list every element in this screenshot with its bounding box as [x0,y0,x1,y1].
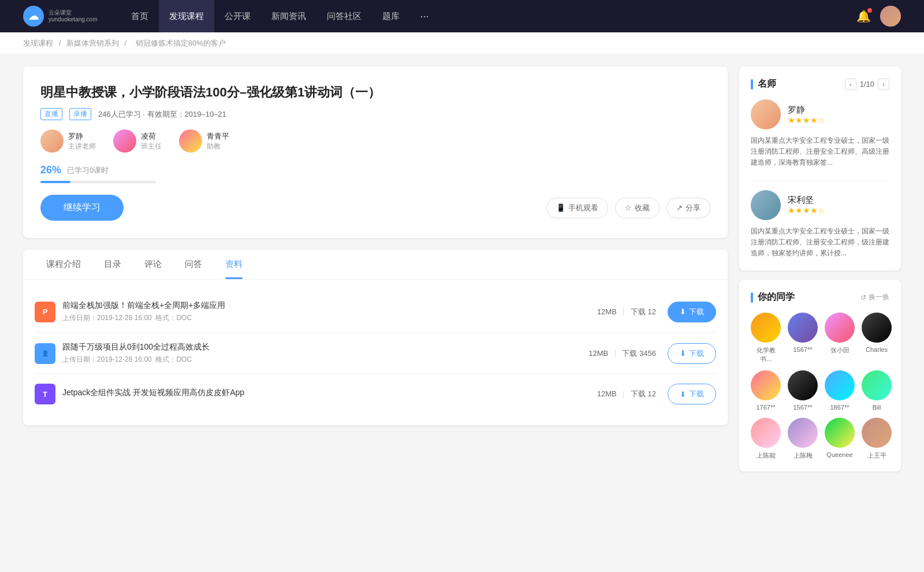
classmate-4-name: Charles [866,346,888,353]
resource-name-2: 跟随千万级项目从0到100全过程高效成长 [62,342,588,352]
classmate-7[interactable]: 1867** [825,370,855,411]
classmate-6[interactable]: 1567** [788,370,818,411]
teacher-3-role: 助教 [207,142,229,151]
sidebar-teacher-2-stars: ★★★★☆ [788,206,825,215]
classmate-8-avatar [862,370,892,400]
sidebar-teacher-2-header: 宋利坚 ★★★★☆ [751,190,889,220]
mobile-watch-label: 手机观看 [568,203,598,213]
classmate-10[interactable]: 上陈梅 [788,418,818,460]
content-left: 明星中教授课，小学阶段语法100分–强化级第1讲动词（一） 直播 录播 246人… [23,66,728,481]
classmate-6-avatar [788,370,818,400]
classmate-9[interactable]: 上陈能 [751,418,781,460]
classmate-5[interactable]: 1767** [751,370,781,411]
resource-info-3: Jetpack全组件实战 开发短视频应用高仿皮皮虾App [62,388,597,400]
sidebar-teacher-2-desc: 国内某重点大学安全工程专业硕士，国家一级注册消防工程师、注册安全工程师，级注册建… [751,226,889,259]
share-button[interactable]: ↗ 分享 [666,198,710,218]
sidebar-teacher-2-name: 宋利坚 [788,195,825,206]
continue-button[interactable]: 继续学习 [40,195,124,221]
teacher-2-info: 凌荷 班主任 [141,131,162,151]
bell-icon[interactable]: 🔔 [856,9,871,23]
progress-label: 已学习0课时 [67,165,109,176]
resource-item-3: T Jetpack全组件实战 开发短视频应用高仿皮皮虾App 12MB 下载 1… [35,374,716,414]
teacher-1-avatar [40,129,64,153]
resource-stats-2: 12MB 下载 3456 [588,348,656,359]
resource-name-3: Jetpack全组件实战 开发短视频应用高仿皮皮虾App [62,388,597,398]
sidebar-teacher-1-header: 罗静 ★★★★☆ [751,99,889,129]
teacher-3-info: 青青平 助教 [207,131,229,151]
nav-right: 🔔 [856,6,901,27]
tab-resources[interactable]: 资料 [214,250,254,279]
mobile-watch-button[interactable]: 📱 手机观看 [546,198,608,218]
classmate-8[interactable]: Bill [862,370,892,411]
tab-intro[interactable]: 课程介绍 [35,250,92,279]
nav-item-quiz[interactable]: 题库 [372,0,410,32]
breadcrumb-discover[interactable]: 发现课程 [23,39,53,47]
nav-item-news[interactable]: 新闻资讯 [261,0,316,32]
classmates-header: 你的同学 ↺ 换一换 [751,291,889,303]
favorite-button[interactable]: ☆ 收藏 [615,198,660,218]
classmate-3-avatar [825,313,855,343]
course-title: 明星中教授课，小学阶段语法100分–强化级第1讲动词（一） [40,84,710,101]
sidebar-teacher-1-avatar [751,99,781,129]
download-button-2[interactable]: ⬇ 下载 [668,343,716,364]
teachers-next[interactable]: › [878,79,889,90]
refresh-icon: ↺ [860,294,866,302]
download-icon-2: ⬇ [680,349,686,358]
tab-review[interactable]: 评论 [133,250,173,279]
course-meta: 直播 录播 246人已学习 · 有效期至：2019–10–21 [40,108,710,120]
teachers-prev[interactable]: ‹ [845,79,856,90]
breadcrumb-series[interactable]: 新媒体营销系列 [66,39,119,47]
favorite-label: 收藏 [635,203,650,213]
classmate-11[interactable]: Queenee [825,418,855,460]
teacher-2-name: 凌荷 [141,131,162,142]
classmate-5-name: 1767** [756,404,775,411]
nav-item-discover[interactable]: 发现课程 [159,0,214,32]
teachers-card: 名师 ‹ 1/10 › 罗静 ★★★★☆ 国内某重点大学安全工程专业硕士，国 [739,66,901,270]
tab-qa[interactable]: 问答 [173,250,214,279]
download-button-1[interactable]: ⬇ 下载 [668,302,716,322]
classmate-1[interactable]: 化学教书... [751,313,781,363]
classmate-2[interactable]: 1567** [788,313,818,363]
download-icon-1: ⬇ [680,307,686,316]
sidebar-teacher-1: 罗静 ★★★★☆ 国内某重点大学安全工程专业硕士，国家一级注册消防工程师、注册安… [751,99,889,169]
tab-catalog[interactable]: 目录 [92,250,133,279]
nav-item-qa[interactable]: 问答社区 [316,0,372,32]
breadcrumb-sep1: / [59,39,63,47]
classmate-3[interactable]: 张小田 [825,313,855,363]
sidebar-teacher-1-name: 罗静 [788,105,825,116]
teacher-3-avatar [179,129,202,153]
logo[interactable]: ☁ 云朵课堂 yunduoketang.com [23,6,98,27]
progress-section: 26% 已学习0课时 [40,164,710,183]
resource-info-2: 跟随千万级项目从0到100全过程高效成长 上传日期：2019-12-28 16:… [62,342,588,365]
teacher-3: 青青平 助教 [179,129,229,153]
sidebar-teacher-2-avatar [751,190,781,220]
user-avatar[interactable] [880,6,901,27]
sidebar-teacher-1-stars: ★★★★☆ [788,116,825,125]
download-icon-3: ⬇ [680,390,686,399]
teachers-divider [751,180,889,181]
share-icon: ↗ [676,203,683,212]
classmate-4[interactable]: Charles [862,313,892,363]
sidebar-teacher-1-desc: 国内某重点大学安全工程专业硕士，国家一级注册消防工程师、注册安全工程师、高级注册… [751,135,889,169]
sidebar-teacher-2: 宋利坚 ★★★★☆ 国内某重点大学安全工程专业硕士，国家一级注册消防工程师、注册… [751,190,889,259]
nav-more[interactable]: ··· [410,0,439,32]
classmate-2-avatar [788,313,818,343]
teacher-1-role: 主讲老师 [68,142,96,151]
classmate-12[interactable]: 上王平 [862,418,892,460]
tabs-section: 课程介绍 目录 评论 问答 资料 P 前端全栈加强版！前端全栈+全周期+多端应用… [23,250,728,425]
classmates-card: 你的同学 ↺ 换一换 化学教书... 1567** 张小田 [739,280,901,471]
star-icon: ☆ [625,203,632,212]
refresh-button[interactable]: ↺ 换一换 [860,292,889,302]
main-layout: 明星中教授课，小学阶段语法100分–强化级第1讲动词（一） 直播 录播 246人… [0,55,924,492]
course-meta-text: 246人已学习 · 有效期至：2019–10–21 [98,109,226,120]
resource-icon-3: T [35,384,55,404]
classmate-12-name: 上王平 [867,451,886,460]
nav-item-opencourse[interactable]: 公开课 [214,0,261,32]
breadcrumb-current: 销冠修炼术搞定80%的客户 [136,39,226,47]
nav-item-home[interactable]: 首页 [121,0,159,32]
classmate-4-avatar [862,313,892,343]
classmate-3-name: 张小田 [830,346,850,355]
resource-stats-3: 12MB 下载 12 [597,389,656,399]
download-button-3[interactable]: ⬇ 下载 [668,384,716,404]
course-card: 明星中教授课，小学阶段语法100分–强化级第1讲动词（一） 直播 录播 246人… [23,66,728,238]
